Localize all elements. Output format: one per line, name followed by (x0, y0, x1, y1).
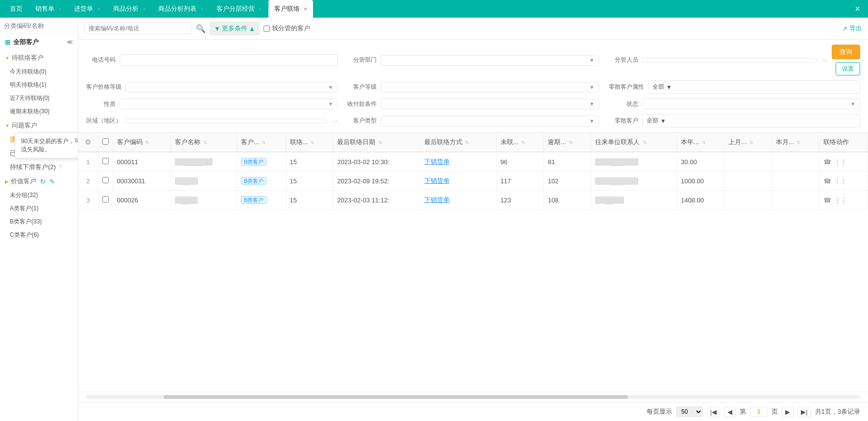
th-last-month-sort[interactable]: ⇅ (749, 140, 753, 145)
filter-phone-input[interactable] (120, 54, 338, 66)
filter-nature-select[interactable]: ▼ (120, 99, 338, 109)
filter-retail-attr-select[interactable]: 全部 ▼ (648, 80, 860, 94)
query-button[interactable]: 查询 (832, 45, 860, 59)
pagination: 每页显示 50 20 100 |◀ ◀ 第 页 ▶ ▶| 共1页，3条记录 (78, 402, 868, 421)
th-overdue-sort[interactable]: ⇅ (569, 140, 573, 145)
row-3-check[interactable] (102, 196, 109, 202)
more-filter-button[interactable]: ▼ 更多条件 ▲ (210, 22, 260, 35)
sidebar-item-7days[interactable]: 近7天待联络(0) (0, 92, 78, 105)
sidebar-group-pending[interactable]: ▼ 待联络客户 (0, 50, 78, 65)
sidebar-item-ungrouped[interactable]: 未分组(32) (0, 189, 78, 202)
next-page-btn[interactable]: ▶ (782, 407, 794, 417)
th-last-date-sort[interactable]: ⇅ (378, 140, 382, 145)
tab-customer-tier-close[interactable]: × (259, 6, 262, 12)
row-1-check[interactable] (102, 158, 109, 164)
row-3-contact-icon[interactable]: ☎ (823, 197, 831, 204)
row-3-contact: 15 (286, 191, 333, 210)
sidebar-group-value[interactable]: ▶ 价值客户 ↻ ✎ (0, 174, 78, 189)
sidebar-item-classC[interactable]: C类客户(6) (0, 228, 78, 242)
scroll-track[interactable] (86, 395, 860, 399)
tab-analysis-list[interactable]: 商品分析列表 × (152, 0, 209, 18)
th-this-month-sort[interactable]: ⇅ (796, 140, 800, 145)
sidebar-item-classB[interactable]: B类客户(33) (0, 215, 78, 228)
tab-sales[interactable]: 销售单 × (29, 0, 67, 18)
group-value-edit-icon[interactable]: ✎ (49, 178, 55, 185)
filter-person-select[interactable] (642, 58, 817, 63)
th-type-sort[interactable]: ⇅ (262, 140, 265, 145)
sidebar-collapse-icon[interactable]: ≪ (67, 39, 73, 46)
last-page-btn[interactable]: ▶| (797, 407, 811, 417)
filter-panel: 电话号码 分管部门 ▼ 分管人员 ··· 查询 设置 (78, 40, 868, 133)
filter-retail-customer-select[interactable]: 全部 ▼ (642, 114, 860, 127)
row-3-last-month (724, 191, 772, 210)
tab-analysis-close[interactable]: × (143, 6, 145, 12)
my-customers-checkbox[interactable] (264, 25, 270, 32)
tab-purchase-close[interactable]: × (97, 6, 100, 12)
table-settings-icon[interactable]: ⚙ (85, 138, 91, 146)
filter-customer-level-select[interactable]: ▼ (381, 82, 599, 93)
th-name-sort[interactable]: ⇅ (203, 140, 207, 145)
row-3-more-icon[interactable]: ⋮⋮ (834, 197, 847, 204)
scroll-thumb[interactable] (164, 395, 628, 399)
sidebar-item-tomorrow[interactable]: 明天待联络(1) (0, 78, 78, 92)
search-button[interactable]: 🔍 (196, 24, 206, 33)
row-2-contact-icon[interactable]: ☎ (823, 177, 831, 185)
sidebar-search-input[interactable] (4, 22, 78, 29)
tab-analysis[interactable]: 商品分析 × (107, 0, 151, 18)
filter-person-dots[interactable]: ··· (822, 56, 828, 64)
search-input[interactable] (84, 23, 192, 34)
tab-customer-tier[interactable]: 客户分层经营 × (211, 0, 267, 18)
top-nav: 首页 销售单 × 进货单 × 商品分析 × 商品分析列表 × 客户分层经营 × … (0, 0, 868, 18)
tab-sales-close[interactable]: × (58, 6, 61, 12)
sidebar-item-declining[interactable]: 持续下滑客户(2) ? (0, 160, 78, 174)
row-1-this-year: 30.00 (677, 152, 724, 172)
filter-price-level-select[interactable]: ▼ (125, 82, 338, 93)
th-code-sort[interactable]: ⇅ (145, 140, 149, 145)
tab-customer-contact-close[interactable]: × (304, 6, 307, 12)
row-1-contact-icon[interactable]: ☎ (823, 158, 831, 166)
filter-region-dots[interactable]: ··· (332, 117, 338, 124)
th-contact-sort[interactable]: ⇅ (311, 140, 314, 145)
row-1-last-month (724, 152, 772, 172)
page-number-input[interactable] (750, 407, 768, 417)
row-3-overdue: 108 (544, 191, 591, 210)
th-contact-person-sort[interactable]: ⇅ (643, 140, 647, 145)
filter-dept-select[interactable]: ▼ (381, 55, 599, 66)
select-all-checkbox[interactable] (102, 138, 109, 145)
th-checkbox (98, 133, 113, 152)
filter-status-select[interactable]: ▼ (642, 99, 860, 109)
row-3-name: ██ (171, 191, 237, 210)
export-button[interactable]: ↗ 导出 (842, 24, 862, 33)
tab-analysis-list-close[interactable]: × (200, 6, 203, 12)
row-2-last-date: 2023-02-09 19:52: (333, 172, 420, 191)
filter-customer-type-select[interactable]: ▼ (381, 116, 599, 126)
filter-retail-attr-prefix: 全部 (652, 83, 664, 91)
per-page-select[interactable]: 50 20 100 (676, 406, 703, 417)
group-value-refresh-icon[interactable]: ↻ (40, 178, 46, 185)
row-2-more-icon[interactable]: ⋮⋮ (834, 177, 847, 185)
close-window-btn[interactable]: × (851, 4, 864, 14)
row-1-type: B类客户 (237, 152, 286, 172)
row-2-check[interactable] (102, 177, 109, 183)
sidebar-all-customers[interactable]: ⊞ 全部客户 ≪ (0, 34, 78, 50)
sidebar-item-classA[interactable]: A类客户(1) (0, 202, 78, 215)
th-overdue: 逾期... ⇅ (544, 133, 591, 152)
tab-purchase[interactable]: 进货单 × (68, 0, 106, 18)
filter-payment-select[interactable]: ▼ (381, 99, 599, 109)
sidebar-group-problem[interactable]: ▼ 问题客户 (0, 118, 78, 133)
prev-page-btn[interactable]: ◀ (724, 407, 736, 417)
sidebar-item-today[interactable]: 今天待联络(0) (0, 65, 78, 78)
th-this-year-sort[interactable]: ⇅ (702, 140, 706, 145)
filter-region-select[interactable] (125, 119, 326, 124)
first-page-btn[interactable]: |◀ (707, 407, 720, 417)
th-no-contact-sort[interactable]: ⇅ (521, 140, 525, 145)
tab-customer-contact[interactable]: 客户联络 × (268, 0, 313, 18)
settings-button[interactable]: 设置 (836, 62, 860, 75)
declining-label: 持续下滑客户(2) (10, 163, 56, 171)
sidebar-item-overdue[interactable]: 逾期未联络(30) (0, 105, 78, 118)
row-1-more-icon[interactable]: ⋮⋮ (834, 158, 847, 166)
th-last-method-sort[interactable]: ⇅ (465, 140, 469, 145)
tab-home[interactable]: 首页 (4, 0, 28, 18)
filter-expand-icon: ▲ (249, 25, 255, 32)
my-customers-checkbox-label[interactable]: 我分管的客户 (264, 24, 310, 33)
